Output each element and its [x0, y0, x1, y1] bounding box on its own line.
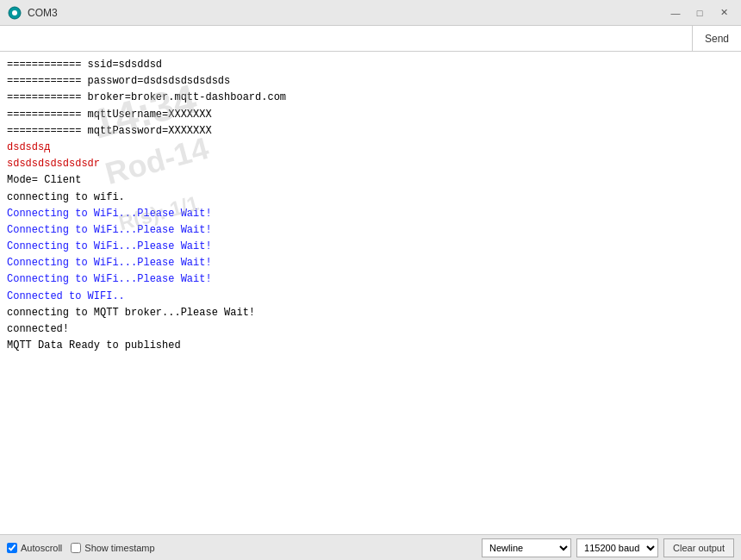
clear-output-button[interactable]: Clear output: [663, 538, 734, 557]
main-area: ============ ssid=sdsddsd============ pa…: [0, 52, 741, 534]
console-line: connected!: [7, 321, 734, 338]
send-button[interactable]: Send: [692, 26, 741, 51]
titlebar-controls: — □ ✕: [665, 4, 734, 22]
statusbar: Autoscroll Show timestamp NewlineNo line…: [0, 534, 741, 560]
autoscroll-label[interactable]: Autoscroll: [7, 543, 62, 553]
statusbar-left: Autoscroll Show timestamp: [7, 543, 471, 553]
console-line: Connecting to WiFi...Please Wait!: [7, 222, 734, 239]
console-line: sdsdsdsdsdsdsdr: [7, 156, 734, 172]
titlebar: COM3 — □ ✕: [0, 0, 741, 26]
autoscroll-text: Autoscroll: [21, 543, 62, 553]
console-line: Connecting to WiFi...Please Wait!: [7, 206, 734, 222]
console-line: MQTT Data Ready to published: [7, 338, 734, 354]
statusbar-right: NewlineNo line endingCarriage returnBoth…: [482, 538, 734, 557]
console-line: ============ broker=broker.mqtt-dashboar…: [7, 90, 734, 106]
timestamp-label[interactable]: Show timestamp: [71, 543, 154, 553]
console-line: Connecting to WiFi...Please Wait!: [7, 239, 734, 255]
timestamp-checkbox[interactable]: [71, 543, 81, 553]
console-line: ============ ssid=sdsddsd: [7, 57, 734, 73]
console-line: dsdsdsд: [7, 140, 734, 156]
console-line: ============ password=dsdsdsdsdsdsds: [7, 73, 734, 90]
close-button[interactable]: ✕: [713, 4, 734, 22]
console-line: connecting to wifi.: [7, 190, 734, 206]
maximize-button[interactable]: □: [689, 4, 710, 22]
console-line: Mode= Client: [7, 172, 734, 189]
console-line: ============ mqttUsername=XXXXXXX: [7, 107, 734, 123]
app-icon: [7, 5, 22, 21]
svg-point-1: [12, 10, 17, 16]
timestamp-text: Show timestamp: [84, 543, 154, 553]
newline-select[interactable]: NewlineNo line endingCarriage returnBoth…: [482, 538, 571, 557]
console-line: Connecting to WiFi...Please Wait!: [7, 271, 734, 288]
serial-input[interactable]: [0, 26, 692, 51]
console-output[interactable]: ============ ssid=sdsddsd============ pa…: [0, 52, 741, 534]
input-bar: Send: [0, 26, 741, 52]
console-line: Connecting to WiFi...Please Wait!: [7, 255, 734, 271]
console-line: Connected to WIFI..: [7, 289, 734, 305]
minimize-button[interactable]: —: [665, 4, 686, 22]
titlebar-title: COM3: [28, 7, 665, 19]
baud-select[interactable]: 300 baud1200 baud2400 baud4800 baud9600 …: [576, 538, 658, 557]
console-line: connecting to MQTT broker...Please Wait!: [7, 305, 734, 321]
autoscroll-checkbox[interactable]: [7, 543, 17, 553]
console-line: ============ mqttPassword=XXXXXXX: [7, 123, 734, 140]
